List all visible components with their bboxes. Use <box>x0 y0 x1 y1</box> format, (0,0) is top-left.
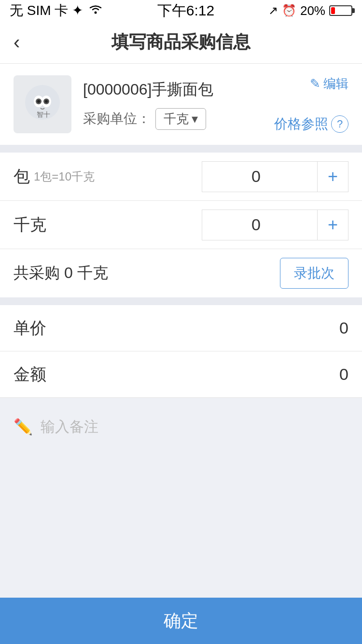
unit-dropdown[interactable]: 千克 ▾ <box>155 108 206 130</box>
unit-value: 千克 <box>164 111 189 127</box>
unit-price-label: 单价 <box>14 317 46 339</box>
product-logo: 智十 <box>23 83 62 126</box>
location-icon: ↗ <box>268 4 278 17</box>
battery-pct: 20% <box>300 3 325 18</box>
battery-icon <box>329 5 352 16</box>
bag-section: 包 1包=10千克 + 千克 + <box>0 153 362 249</box>
kg-input[interactable] <box>202 210 318 240</box>
nav-bar: ‹ 填写商品采购信息 <box>0 21 362 64</box>
page-title: 填写商品采购信息 <box>111 30 251 54</box>
kg-row: 千克 + <box>0 201 362 249</box>
product-name: [0000006]手撕面包 <box>83 79 348 100</box>
confirm-label: 确定 <box>164 609 198 633</box>
section-divider-2 <box>0 297 362 305</box>
record-batch-button[interactable]: 录批次 <box>280 258 348 289</box>
purchase-unit-label: 采购单位： <box>83 110 151 128</box>
kg-label: 千克 <box>14 214 46 236</box>
product-card: 智十 [0000006]手撕面包 采购单位： 千克 ▾ ✎ 编辑 价格参照 ? <box>0 64 362 145</box>
back-button[interactable]: ‹ <box>14 31 20 53</box>
status-right: ↗ ⏰ 20% <box>268 3 352 18</box>
product-thumbnail: 智十 <box>14 75 71 133</box>
bag-label: 包 <box>14 166 30 188</box>
note-placeholder: 输入备注 <box>41 417 98 437</box>
kg-plus-button[interactable]: + <box>318 210 348 240</box>
unit-price-row: 单价 0 <box>0 305 362 351</box>
price-ref-label: 价格参照 <box>274 115 328 133</box>
svg-point-6 <box>37 100 40 103</box>
confirm-button[interactable]: 确定 <box>0 598 362 644</box>
status-left: 无 SIM 卡 ✦ <box>10 1 103 20</box>
summary-text: 共采购 0 千克 <box>14 263 108 284</box>
content-spacer <box>0 456 362 601</box>
note-area[interactable]: ✏️ 输入备注 <box>0 398 362 456</box>
wifi-icon <box>88 3 103 18</box>
bag-input-group: + <box>202 161 348 192</box>
svg-text:智十: 智十 <box>37 111 50 118</box>
svg-point-0 <box>95 12 97 14</box>
status-time: 下午6:12 <box>157 1 214 21</box>
amount-label: 金额 <box>14 364 46 386</box>
section-divider-1 <box>0 145 362 153</box>
alarm-icon: ⏰ <box>282 4 296 17</box>
kg-input-group: + <box>202 210 348 240</box>
summary-row: 共采购 0 千克 录批次 <box>0 249 362 297</box>
bag-input[interactable] <box>202 161 318 192</box>
unit-price-value: 0 <box>339 319 348 337</box>
info-section: 单价 0 金额 0 <box>0 305 362 398</box>
bag-row: 包 1包=10千克 + <box>0 153 362 201</box>
chevron-down-icon: ▾ <box>192 112 198 126</box>
bag-plus-button[interactable]: + <box>318 161 348 192</box>
amount-value: 0 <box>339 365 348 384</box>
bag-sublabel: 1包=10千克 <box>34 169 95 184</box>
edit-icon: ✎ <box>310 76 320 91</box>
amount-row: 金额 0 <box>0 351 362 398</box>
pencil-icon: ✏️ <box>14 418 33 436</box>
edit-label: 编辑 <box>323 75 348 92</box>
sim-status: 无 SIM 卡 ✦ <box>10 1 83 20</box>
svg-point-7 <box>45 100 48 103</box>
status-bar: 无 SIM 卡 ✦ 下午6:12 ↗ ⏰ 20% <box>0 0 362 21</box>
price-reference-button[interactable]: 价格参照 ? <box>274 115 348 133</box>
edit-button[interactable]: ✎ 编辑 <box>310 75 348 92</box>
help-icon: ? <box>331 115 348 133</box>
